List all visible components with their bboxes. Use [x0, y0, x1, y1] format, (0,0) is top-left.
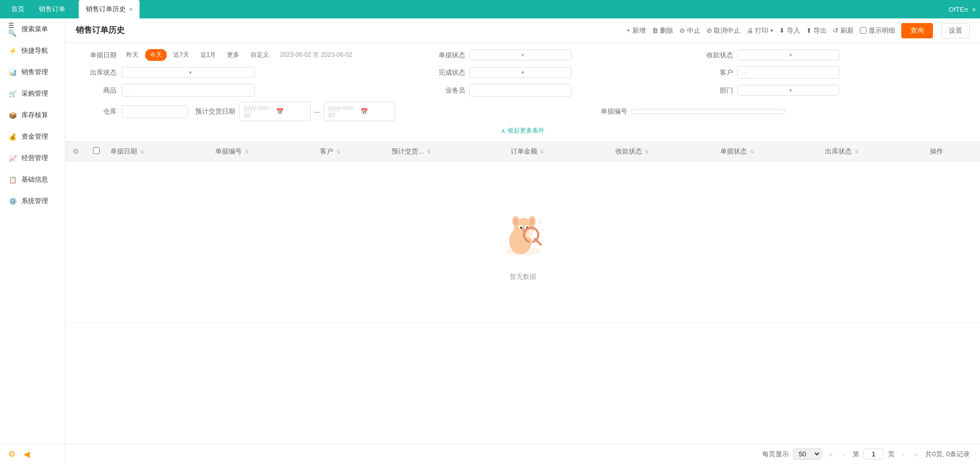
chevron-up-icon: ∧	[501, 127, 506, 135]
page-header: 销售订单历史 + 新增 🗑 删除 ⊘ 中止 ⊘ 取消中止 🖨 打印 ▾ ⬇ 导入…	[65, 18, 980, 43]
order-status-arrow-icon: ▾	[521, 52, 567, 58]
filter-col-receipt-status: 收款状态 ▾	[701, 50, 970, 60]
sidebar-item-search-menu[interactable]: ☰🔍 搜索菜单	[0, 18, 65, 40]
warehouse-label: 仓库	[76, 107, 122, 116]
new-button[interactable]: + 新增	[626, 26, 645, 35]
tab-sales-order-close[interactable]: ×	[69, 6, 72, 12]
tab-home[interactable]: 首页	[4, 0, 32, 18]
date-field: 昨天 今天 近7天 近1月 更多 自定义 2023-06-02 至 2023-0…	[122, 49, 434, 61]
first-page-btn[interactable]: «	[826, 449, 836, 459]
product-label: 商品	[76, 86, 122, 95]
cal-from-icon: 📅	[276, 108, 306, 115]
receipt-status-select[interactable]: ▾	[737, 50, 839, 60]
warehouse-input[interactable]: ···	[122, 105, 188, 118]
print-button[interactable]: 🖨 打印 ▾	[747, 26, 773, 35]
th-date: 单据日期 ⇅	[106, 142, 211, 162]
outstock-arrow-icon: ▾	[189, 70, 250, 75]
cancel-stop-button[interactable]: ⊘ 取消中止	[706, 26, 741, 35]
date-btn-7days[interactable]: 近7天	[169, 49, 194, 61]
order-status-label: 单据状态	[434, 51, 469, 60]
date-btn-custom[interactable]: 自定义	[246, 49, 274, 61]
sort-order-status-icon[interactable]: ⇅	[750, 149, 754, 154]
stop-button[interactable]: ⊘ 中止	[679, 26, 700, 35]
product-input[interactable]: ···	[122, 84, 255, 97]
page-size-select[interactable]: 50 10 20 100	[793, 448, 822, 460]
tab-sales-order[interactable]: 销售订单 ×	[32, 0, 79, 18]
setting-button[interactable]: 设置	[941, 23, 970, 38]
import-button[interactable]: ⬇ 导入	[779, 26, 800, 35]
date-btn-today[interactable]: 今天	[145, 49, 167, 61]
sidebar-item-sales-mgmt[interactable]: 📊 销售管理	[0, 61, 65, 83]
outstock-label: 出库状态	[76, 68, 122, 77]
tab-sales-order-history-close[interactable]: ×	[129, 6, 132, 12]
refresh-button[interactable]: ↺ 刷新	[833, 26, 854, 35]
customer-input[interactable]: ···	[737, 66, 839, 79]
svg-point-5	[514, 218, 518, 225]
sidebar-item-purchase-mgmt[interactable]: 🛒 采购管理	[0, 83, 65, 104]
complete-select[interactable]: ▾	[469, 67, 572, 78]
often-btn[interactable]: OfTEn	[949, 6, 968, 13]
svg-text:✦: ✦	[537, 219, 541, 225]
sidebar-item-ops-mgmt[interactable]: 📈 经营管理	[0, 147, 65, 169]
top-bar: 首页 销售订单 × 销售订单历史 × OfTEn ×	[0, 0, 980, 18]
customer-label: 客户	[701, 68, 737, 77]
outstock-select[interactable]: ▾	[122, 67, 255, 78]
sort-receipt-status-icon[interactable]: ⇅	[645, 149, 649, 154]
sidebar-item-capital-mgmt[interactable]: 💰 资金管理	[0, 126, 65, 147]
sidebar-item-sys-mgmt[interactable]: ⚙️ 系统管理	[0, 190, 65, 212]
sidebar-bottom: ⚙ ◀	[0, 444, 65, 464]
table-header-row: ⚙ 单据日期 ⇅ 单据编号 ⇅	[65, 142, 980, 162]
display-detail-checkbox[interactable]	[860, 27, 867, 34]
sidebar-item-basic-info[interactable]: 📋 基础信息	[0, 169, 65, 190]
sort-amount-icon[interactable]: ⇅	[540, 149, 544, 154]
sidebar-settings-icon[interactable]: ⚙	[8, 449, 15, 459]
query-button[interactable]: 查询	[901, 23, 933, 38]
th-est-delivery: 预计交货... ⇅	[388, 142, 506, 162]
th-gear: ⚙	[65, 142, 86, 162]
th-order-status: 单据状态 ⇅	[716, 142, 821, 162]
filter-row-1: 单据日期 昨天 今天 近7天 近1月 更多 自定义 2023-06-02 至 2…	[76, 49, 970, 61]
capital-mgmt-icon: 💰	[8, 132, 17, 141]
filter-col-date: 单据日期 昨天 今天 近7天 近1月 更多 自定义 2023-06-02 至 2…	[76, 49, 434, 61]
sort-customer-icon[interactable]: ⇅	[336, 149, 340, 154]
est-delivery-to[interactable]: yyyy-mm-dd 📅	[324, 102, 395, 121]
tab-sales-order-history[interactable]: 销售订单历史 ×	[79, 0, 139, 18]
sort-no-icon[interactable]: ⇅	[245, 149, 249, 154]
dept-select[interactable]: ▾	[737, 85, 839, 96]
quick-nav-icon: ⚡	[8, 46, 17, 55]
sales-mgmt-icon: 📊	[8, 68, 17, 77]
export-button[interactable]: ⬆ 导出	[806, 26, 827, 35]
complete-arrow-icon: ▾	[521, 70, 567, 75]
salesman-input[interactable]: ···	[469, 84, 572, 97]
sort-date-icon[interactable]: ⇅	[140, 149, 144, 154]
table-gear-icon[interactable]: ⚙	[73, 147, 79, 156]
filter-row-4: 仓库 ··· 预计交货日期 yyyy-mm-dd 📅 — yyyy-mm-dd …	[76, 102, 970, 121]
date-btns: 昨天 今天 近7天 近1月 更多 自定义	[122, 49, 274, 61]
sidebar-collapse-icon[interactable]: ◀	[24, 449, 30, 459]
order-status-select[interactable]: ▾	[469, 50, 572, 60]
est-delivery-label: 预计交货日期	[195, 107, 235, 116]
prev-page-btn[interactable]: ‹	[840, 449, 849, 459]
sidebar-item-inventory[interactable]: 📦 库存核算	[0, 104, 65, 126]
delete-button[interactable]: 🗑 删除	[652, 26, 674, 35]
page-input[interactable]	[863, 449, 884, 459]
date-sep: —	[314, 108, 321, 116]
est-delivery-from[interactable]: yyyy-mm-dd 📅	[239, 102, 311, 121]
layout: ☰🔍 搜索菜单 ⚡ 快捷导航 📊 销售管理 🛒 采购管理 📦 库存核算 💰 资金…	[0, 18, 980, 464]
select-all-checkbox[interactable]	[93, 147, 100, 154]
next-page-btn[interactable]: ›	[899, 449, 907, 459]
sidebar: ☰🔍 搜索菜单 ⚡ 快捷导航 📊 销售管理 🛒 采购管理 📦 库存核算 💰 资金…	[0, 18, 65, 464]
date-btn-more[interactable]: 更多	[222, 49, 244, 61]
sort-outstock-icon[interactable]: ⇅	[855, 149, 859, 154]
orderno-input[interactable]	[631, 109, 785, 114]
receipt-status-arrow-icon: ▾	[789, 52, 835, 58]
empty-text: 暂无数据	[510, 272, 536, 281]
date-btn-yesterday[interactable]: 昨天	[122, 49, 143, 61]
last-page-btn[interactable]: »	[911, 449, 922, 459]
date-btn-1month[interactable]: 近1月	[196, 49, 221, 61]
window-close-btn[interactable]: ×	[972, 6, 976, 13]
table-area: ⚙ 单据日期 ⇅ 单据编号 ⇅	[65, 142, 980, 444]
sidebar-item-quick-nav[interactable]: ⚡ 快捷导航	[0, 40, 65, 61]
sort-est-delivery-icon[interactable]: ⇅	[427, 149, 431, 154]
collapse-btn[interactable]: ∧ 收起更多条件	[76, 126, 970, 135]
